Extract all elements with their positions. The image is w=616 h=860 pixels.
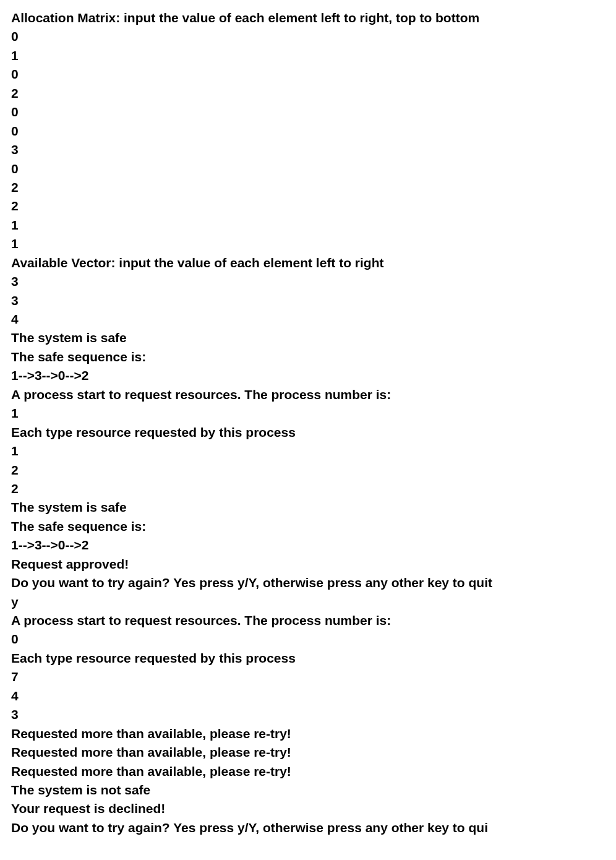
output-line: 3 bbox=[11, 272, 605, 291]
output-line: 0 bbox=[11, 103, 605, 121]
output-line: The safe sequence is: bbox=[11, 348, 605, 366]
output-line: 4 bbox=[11, 687, 605, 705]
output-line: 2 bbox=[11, 84, 605, 103]
output-line: 1 bbox=[11, 442, 605, 460]
output-line: 2 bbox=[11, 178, 605, 197]
output-line: Your request is declined! bbox=[11, 799, 605, 818]
output-line: 0 bbox=[11, 630, 605, 648]
output-line: 0 bbox=[11, 65, 605, 84]
output-line: 1 bbox=[11, 404, 605, 423]
output-line: Each type resource requested by this pro… bbox=[11, 423, 605, 442]
output-line: 1 bbox=[11, 216, 605, 234]
terminal-output: Allocation Matrix: input the value of ea… bbox=[11, 9, 605, 837]
output-line: 2 bbox=[11, 479, 605, 498]
output-line: The system is safe bbox=[11, 329, 605, 347]
output-line: 1 bbox=[11, 234, 605, 253]
output-line: Allocation Matrix: input the value of ea… bbox=[11, 9, 605, 27]
output-line: 2 bbox=[11, 197, 605, 215]
output-line: 4 bbox=[11, 310, 605, 329]
output-line: Do you want to try again? Yes press y/Y,… bbox=[11, 819, 605, 837]
output-line: 0 bbox=[11, 27, 605, 46]
output-line: Requested more than available, please re… bbox=[11, 725, 605, 743]
output-line: 2 bbox=[11, 461, 605, 479]
output-line: Requested more than available, please re… bbox=[11, 743, 605, 762]
output-line: The system is safe bbox=[11, 498, 605, 517]
output-line: 1-->3-->0-->2 bbox=[11, 536, 605, 554]
output-line: 3 bbox=[11, 140, 605, 159]
output-line: Do you want to try again? Yes press y/Y,… bbox=[11, 574, 605, 592]
output-line: 0 bbox=[11, 160, 605, 178]
output-line: y bbox=[11, 593, 605, 611]
output-line: Available Vector: input the value of eac… bbox=[11, 254, 605, 272]
output-line: A process start to request resources. Th… bbox=[11, 611, 605, 630]
output-line: 1 bbox=[11, 46, 605, 65]
output-line: Each type resource requested by this pro… bbox=[11, 649, 605, 668]
output-line: Request approved! bbox=[11, 555, 605, 574]
output-line: 0 bbox=[11, 122, 605, 140]
output-line: The system is not safe bbox=[11, 781, 605, 799]
output-line: 3 bbox=[11, 291, 605, 310]
output-line: 3 bbox=[11, 705, 605, 724]
output-line: A process start to request resources. Th… bbox=[11, 385, 605, 404]
output-line: 1-->3-->0-->2 bbox=[11, 366, 605, 385]
output-line: 7 bbox=[11, 668, 605, 686]
output-line: Requested more than available, please re… bbox=[11, 762, 605, 781]
output-line: The safe sequence is: bbox=[11, 517, 605, 536]
